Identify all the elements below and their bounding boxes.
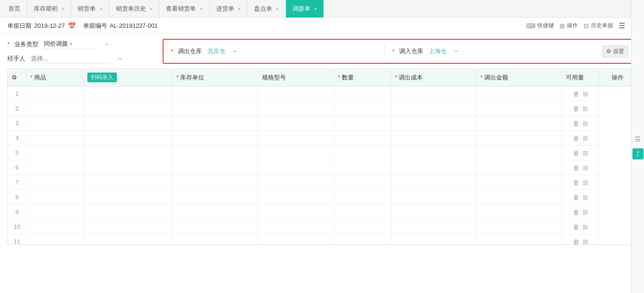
cell-amount[interactable]: [391, 116, 476, 131]
cell-amount[interactable]: [391, 131, 476, 146]
delete-row-icon[interactable]: 🗑: [573, 90, 579, 98]
copy-row-icon[interactable]: ⊞: [583, 105, 588, 112]
cell-unit[interactable]: [83, 101, 172, 116]
delete-row-icon[interactable]: 🗑: [573, 238, 579, 245]
cell-unit[interactable]: [83, 146, 172, 160]
close-tab-sales-history[interactable]: ×: [150, 6, 152, 12]
cell-amount[interactable]: [391, 220, 476, 234]
cell-cost[interactable]: [334, 116, 391, 131]
cell-available[interactable]: [476, 234, 562, 245]
cell-product[interactable]: [26, 116, 83, 131]
cell-amount[interactable]: [391, 190, 476, 205]
table-settings-header[interactable]: ⚙: [8, 69, 26, 86]
cell-product[interactable]: [26, 160, 83, 175]
cell-available[interactable]: [476, 190, 562, 205]
cell-available[interactable]: [476, 146, 562, 160]
cell-unit[interactable]: [83, 160, 172, 175]
cell-unit[interactable]: [83, 205, 172, 220]
cell-cost[interactable]: [334, 220, 391, 234]
copy-row-icon[interactable]: ⊞: [583, 238, 588, 245]
cell-spec[interactable]: [172, 205, 258, 220]
delete-row-icon[interactable]: 🗑: [573, 120, 579, 127]
copy-row-icon[interactable]: ⊞: [583, 179, 588, 186]
cell-cost[interactable]: [334, 175, 391, 190]
operation-button[interactable]: ⊞ 操作: [559, 22, 578, 30]
cell-cost[interactable]: [334, 234, 391, 245]
cell-spec[interactable]: [172, 234, 258, 245]
cell-available[interactable]: [476, 116, 562, 131]
cell-cost[interactable]: [334, 146, 391, 160]
cell-unit[interactable]: [83, 175, 172, 190]
close-tab-inventory-check[interactable]: ×: [276, 6, 279, 12]
close-tab-view-sales[interactable]: ×: [200, 6, 202, 12]
cell-qty[interactable]: [258, 190, 334, 205]
history-button[interactable]: ⊟ 历史单据: [583, 22, 613, 30]
cell-product[interactable]: [26, 86, 83, 101]
cell-unit[interactable]: [83, 190, 172, 205]
cell-amount[interactable]: [391, 234, 476, 245]
cell-amount[interactable]: [391, 175, 476, 190]
tab-purchase[interactable]: 进货单 ×: [210, 0, 248, 18]
transfer-in-more-button[interactable]: ···: [454, 47, 457, 55]
layout-toggle-button[interactable]: ☰: [619, 21, 625, 30]
cell-qty[interactable]: [258, 220, 334, 234]
copy-row-icon[interactable]: ⊞: [583, 164, 588, 171]
cell-unit[interactable]: [83, 86, 172, 101]
copy-row-icon[interactable]: ⊞: [583, 223, 588, 231]
tab-inventory-init[interactable]: 库存期初 ×: [27, 0, 71, 18]
cell-available[interactable]: [476, 160, 562, 175]
cell-qty[interactable]: [258, 86, 334, 101]
tab-view-sales[interactable]: 查看销货单 ×: [159, 0, 209, 18]
cell-spec[interactable]: [172, 220, 258, 234]
cell-product[interactable]: [26, 190, 83, 205]
cell-available[interactable]: [476, 131, 562, 146]
delete-row-icon[interactable]: 🗑: [573, 179, 579, 186]
cell-amount[interactable]: [391, 160, 476, 175]
close-tab-inventory-init[interactable]: ×: [61, 6, 64, 12]
cell-spec[interactable]: [172, 190, 258, 205]
cell-product[interactable]: [26, 234, 83, 245]
cell-cost[interactable]: [334, 190, 391, 205]
cell-available[interactable]: [476, 101, 562, 116]
calendar-icon[interactable]: 📅: [68, 22, 76, 30]
cell-qty[interactable]: [258, 116, 334, 131]
cell-spec[interactable]: [172, 116, 258, 131]
cell-qty[interactable]: [258, 131, 334, 146]
close-tab-transfer[interactable]: ×: [314, 6, 317, 12]
copy-row-icon[interactable]: ⊞: [583, 120, 588, 127]
copy-row-icon[interactable]: ⊞: [583, 134, 588, 142]
cell-cost[interactable]: [334, 86, 391, 101]
cell-unit[interactable]: [83, 234, 172, 245]
cell-product[interactable]: [26, 101, 83, 116]
delete-row-icon[interactable]: 🗑: [573, 134, 579, 142]
cell-cost[interactable]: [334, 101, 391, 116]
copy-row-icon[interactable]: ⊞: [583, 90, 588, 98]
cell-spec[interactable]: [172, 146, 258, 160]
cell-product[interactable]: [26, 205, 83, 220]
cell-qty[interactable]: [258, 101, 334, 116]
cell-spec[interactable]: [172, 101, 258, 116]
sidebar-list-button[interactable]: ☰: [632, 134, 644, 145]
cell-amount[interactable]: [391, 86, 476, 101]
cell-amount[interactable]: [391, 146, 476, 160]
handler-more-button[interactable]: ···: [118, 55, 121, 63]
cell-qty[interactable]: [258, 146, 334, 160]
cell-cost[interactable]: [334, 160, 391, 175]
cell-qty[interactable]: [258, 234, 334, 245]
tab-sales-order[interactable]: 销货单 ×: [71, 0, 109, 18]
close-tab-purchase[interactable]: ×: [238, 6, 241, 12]
tab-inventory-check[interactable]: 盘点单 ×: [248, 0, 286, 18]
cell-product[interactable]: [26, 131, 83, 146]
copy-row-icon[interactable]: ⊞: [583, 194, 588, 201]
cell-available[interactable]: [476, 86, 562, 101]
delete-row-icon[interactable]: 🗑: [573, 223, 579, 231]
cell-qty[interactable]: [258, 175, 334, 190]
tab-home[interactable]: 首页: [2, 0, 27, 18]
sidebar-export-button[interactable]: ⤴: [632, 148, 644, 159]
transfer-out-more-button[interactable]: ···: [233, 47, 236, 55]
cell-spec[interactable]: [172, 160, 258, 175]
cell-unit[interactable]: [83, 220, 172, 234]
business-type-more-button[interactable]: ···: [105, 40, 108, 49]
delete-row-icon[interactable]: 🗑: [573, 194, 579, 201]
cell-available[interactable]: [476, 205, 562, 220]
